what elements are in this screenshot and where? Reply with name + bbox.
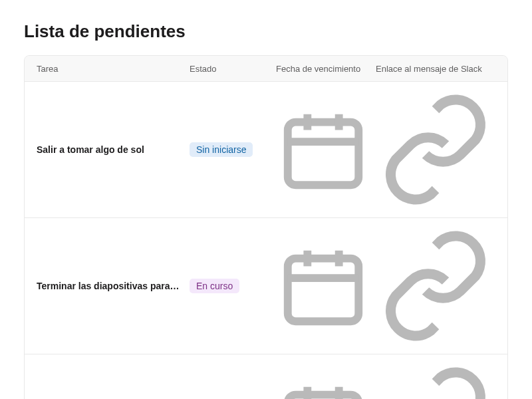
calendar-icon[interactable] <box>276 102 370 197</box>
status-badge[interactable]: En curso <box>190 279 239 293</box>
column-header-task[interactable]: Tarea <box>37 64 59 74</box>
table-row[interactable]: Salir a tomar algo de sol Sin iniciarse <box>25 82 507 218</box>
column-header-status[interactable]: Estado <box>190 64 216 74</box>
todo-table: Tarea Estado Fecha de vencimiento Enlace… <box>24 55 508 399</box>
status-badge[interactable]: Sin iniciarse <box>190 142 253 157</box>
table-row[interactable]: Pensar un plan de carrera … En curso <box>25 354 507 399</box>
link-icon[interactable] <box>376 226 495 346</box>
svg-rect-4 <box>288 259 359 322</box>
link-icon[interactable] <box>376 90 495 209</box>
table-row[interactable]: Terminar las diapositivas para… En curso <box>25 218 507 354</box>
svg-rect-8 <box>288 395 359 399</box>
calendar-icon[interactable] <box>276 375 370 399</box>
task-name: Terminar las diapositivas para… <box>37 281 184 291</box>
page-title: Lista de pendientes <box>24 21 508 42</box>
link-icon[interactable] <box>376 362 495 399</box>
calendar-icon[interactable] <box>276 239 370 333</box>
column-header-date[interactable]: Fecha de vencimiento <box>276 64 360 74</box>
svg-rect-0 <box>288 122 359 186</box>
column-header-link[interactable]: Enlace al mensaje de Slack <box>376 64 482 74</box>
task-name: Salir a tomar algo de sol <box>37 144 184 155</box>
table-header: Tarea Estado Fecha de vencimiento Enlace… <box>25 56 507 82</box>
